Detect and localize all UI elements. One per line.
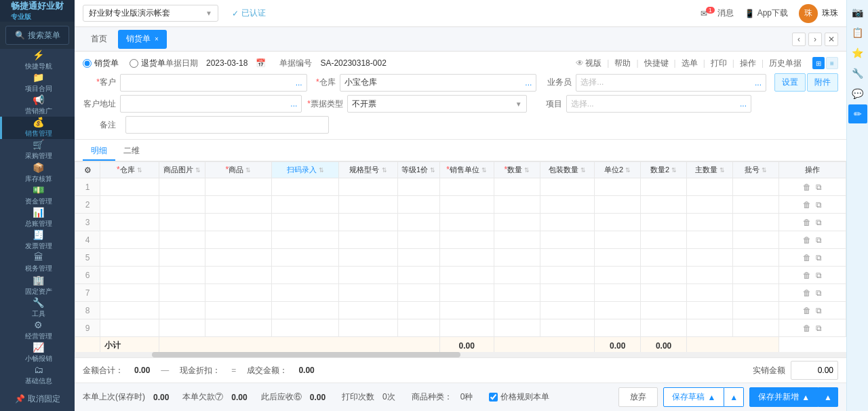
- right-panel-star-btn[interactable]: ⭐: [848, 43, 867, 62]
- radio-sales[interactable]: 销货单: [83, 58, 119, 69]
- setup-button[interactable]: 设置: [774, 73, 806, 92]
- row-cell[interactable]: [439, 284, 494, 302]
- row-cell[interactable]: [540, 302, 594, 319]
- row-cell[interactable]: [100, 196, 159, 214]
- row-cell[interactable]: [687, 214, 733, 231]
- row-cell[interactable]: [595, 302, 641, 319]
- delete-row-icon[interactable]: 🗑: [803, 182, 811, 192]
- settings-icon[interactable]: ⚙: [84, 165, 92, 175]
- row-cell[interactable]: [339, 196, 398, 214]
- row-cell[interactable]: [159, 214, 205, 231]
- list-view-btn[interactable]: ≡: [826, 57, 838, 69]
- tab-prev-button[interactable]: ‹: [792, 33, 806, 46]
- sidebar-item-fixed-assets[interactable]: 🏢 固定资产: [0, 274, 75, 296]
- row-cell[interactable]: [595, 178, 641, 196]
- remark-input[interactable]: [125, 116, 329, 134]
- row-cell[interactable]: [100, 249, 159, 267]
- row-cell[interactable]: [641, 231, 687, 249]
- tab-close-all-button[interactable]: ✕: [825, 33, 838, 46]
- row-cell[interactable]: [100, 302, 159, 319]
- row-cell[interactable]: [159, 319, 205, 337]
- row-cell[interactable]: [205, 302, 272, 319]
- delete-row-icon[interactable]: 🗑: [803, 235, 811, 245]
- row-cell[interactable]: [641, 302, 687, 319]
- row-cell[interactable]: [272, 319, 339, 337]
- row-cell[interactable]: [494, 231, 540, 249]
- row-cell[interactable]: [595, 267, 641, 284]
- delete-row-icon[interactable]: 🗑: [803, 306, 811, 315]
- row-cell[interactable]: [733, 302, 779, 319]
- customer-dots[interactable]: ...: [296, 78, 302, 87]
- sidebar-item-quick-nav[interactable]: ⚡ 快捷导航: [0, 49, 75, 71]
- row-cell[interactable]: [687, 249, 733, 267]
- row-cell[interactable]: [339, 178, 398, 196]
- row-cell[interactable]: [641, 319, 687, 337]
- table-scrollbar[interactable]: [75, 352, 846, 357]
- price-check-label[interactable]: 价格规则本单: [489, 391, 549, 403]
- message-button[interactable]: ✉ 1 消息: [701, 7, 734, 19]
- row-cell[interactable]: [494, 302, 540, 319]
- row-cell[interactable]: [205, 267, 272, 284]
- row-cell[interactable]: [272, 267, 339, 284]
- sidebar-item-finance[interactable]: 💵 资金管理: [0, 184, 75, 206]
- row-cell[interactable]: [439, 178, 494, 196]
- row-cell[interactable]: [540, 214, 594, 231]
- sidebar-item-operations[interactable]: ⚙ 经营管理: [0, 319, 75, 341]
- sidebar-item-tools[interactable]: 🔧 工具: [0, 296, 75, 319]
- row-cell[interactable]: [397, 319, 439, 337]
- row-cell[interactable]: [733, 319, 779, 337]
- row-cell[interactable]: [339, 267, 398, 284]
- salesperson-input[interactable]: 选择... ...: [576, 74, 766, 92]
- row-cell[interactable]: [272, 196, 339, 214]
- tab-home[interactable]: 首页: [83, 30, 115, 49]
- row-cell[interactable]: [439, 267, 494, 284]
- row-cell[interactable]: [540, 196, 594, 214]
- invoice-select[interactable]: 不开票 ▼: [347, 95, 527, 113]
- row-cell[interactable]: [100, 319, 159, 337]
- row-cell[interactable]: [272, 214, 339, 231]
- row-cell[interactable]: [641, 267, 687, 284]
- shortcut-btn[interactable]: 快捷键: [644, 58, 669, 69]
- row-cell[interactable]: [494, 178, 540, 196]
- copy-row-icon[interactable]: ⧉: [816, 200, 822, 210]
- radio-return[interactable]: 退货单: [130, 58, 165, 69]
- row-cell[interactable]: [439, 214, 494, 231]
- right-panel-clipboard-btn[interactable]: 📋: [848, 23, 867, 42]
- sidebar-item-marketing[interactable]: 📢 营销推广: [0, 94, 75, 116]
- row-cell[interactable]: [339, 214, 398, 231]
- address-input[interactable]: ...: [120, 95, 302, 113]
- row-cell[interactable]: [733, 214, 779, 231]
- row-cell[interactable]: [540, 178, 594, 196]
- address-dots[interactable]: ...: [290, 99, 297, 109]
- sidebar-item-inventory[interactable]: 📦 库存核算: [0, 161, 75, 184]
- print-btn[interactable]: 打印: [711, 58, 727, 69]
- abandon-button[interactable]: 放弃: [618, 387, 658, 407]
- row-cell[interactable]: [272, 302, 339, 319]
- copy-row-icon[interactable]: ⧉: [816, 288, 822, 298]
- row-cell[interactable]: [205, 319, 272, 337]
- save-draft-button[interactable]: 保存草稿 ▲: [663, 387, 724, 407]
- row-cell[interactable]: [540, 231, 594, 249]
- row-cell[interactable]: [159, 267, 205, 284]
- operate-btn[interactable]: 操作: [740, 58, 756, 69]
- right-panel-chat-btn[interactable]: 💬: [848, 84, 867, 103]
- search-button[interactable]: 🔍 搜索菜单: [5, 26, 69, 45]
- row-cell[interactable]: [439, 319, 494, 337]
- row-cell[interactable]: [339, 284, 398, 302]
- row-cell[interactable]: [733, 267, 779, 284]
- customer-input[interactable]: ...: [120, 74, 307, 92]
- sidebar-item-report[interactable]: 📈 小畅报销: [0, 342, 75, 364]
- sidebar-item-tax[interactable]: 🏛 税务管理: [0, 252, 75, 274]
- delete-row-icon[interactable]: 🗑: [803, 324, 811, 333]
- row-cell[interactable]: [397, 249, 439, 267]
- save-draft-dropdown-button[interactable]: ▲: [724, 387, 744, 407]
- attach-button[interactable]: 附件: [807, 73, 838, 92]
- view-btn[interactable]: 👁 视版: [576, 58, 601, 69]
- row-cell[interactable]: [439, 249, 494, 267]
- project-input[interactable]: 选择... ...: [566, 95, 751, 113]
- row-cell[interactable]: [733, 178, 779, 196]
- row-cell[interactable]: [159, 302, 205, 319]
- copy-row-icon[interactable]: ⧉: [816, 253, 822, 262]
- row-cell[interactable]: [733, 284, 779, 302]
- row-cell[interactable]: [687, 178, 733, 196]
